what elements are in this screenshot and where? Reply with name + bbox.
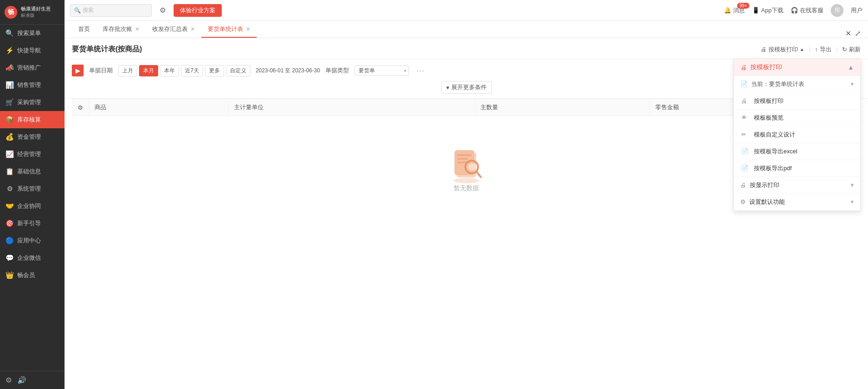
sidebar-item-purchase[interactable]: 🛒 采购管理 <box>0 94 65 111</box>
sidebar-logo: 畅 畅康通好生意 标准版 <box>0 0 65 25</box>
col-quantity: 主数量 <box>474 99 649 116</box>
type-label: 单据类型 <box>325 66 349 75</box>
sidebar-item-finance[interactable]: 💰 资金管理 <box>0 128 65 146</box>
sidebar-item-system[interactable]: ⚙ 系统管理 <box>0 180 65 197</box>
main-area: 🔍 搜索 ⚙ 体验行业方案 🔔 消息 99+ 📱 App下载 🎧 在线客服 用 … <box>65 0 868 389</box>
sidebar-item-sales[interactable]: 📊 销售管理 <box>0 76 65 94</box>
svg-point-8 <box>468 163 475 171</box>
flash-icon: ⚡ <box>5 46 14 55</box>
date-last-month-btn[interactable]: 上月 <box>118 65 137 76</box>
page-title: 要货单统计表(按商品) <box>72 45 142 54</box>
dropdown-item-template-print[interactable]: 🖨 按模板打印 <box>734 93 860 110</box>
sidebar-item-marketing[interactable]: 📣 营销推广 <box>0 59 65 76</box>
date-this-month-btn[interactable]: 本月 <box>139 65 158 76</box>
svg-point-0 <box>454 178 479 183</box>
tab-batch-accounts[interactable]: 库存批次账 ✕ <box>96 21 146 38</box>
pdf-icon: 📄 <box>741 165 748 172</box>
dropdown-item-display-print[interactable]: 🖨 按显示打印 ▾ <box>734 177 860 194</box>
print-template-btn[interactable]: 🖨 按模板打印 ▲ <box>761 45 804 54</box>
wechat-icon: 💬 <box>5 254 14 262</box>
volume-icon[interactable]: 🔊 <box>17 376 26 384</box>
dropdown-item-default-func[interactable]: ⚙ 设置默认功能 ▾ <box>734 194 860 211</box>
dropdown-header: 🖨 按模板打印 ▲ <box>734 59 860 76</box>
money-icon: 💰 <box>5 133 14 141</box>
tab-order-stats[interactable]: 要货单统计表 ✕ <box>201 21 257 38</box>
app-name-text: 畅康通好生意 标准版 <box>21 5 51 19</box>
col-unit: 主计量单位 <box>229 99 475 116</box>
sidebar-item-wechat[interactable]: 💬 企业微信 <box>0 249 65 267</box>
sidebar-item-shortcut[interactable]: ⚡ 快捷导航 <box>0 42 65 59</box>
refresh-icon: ↻ <box>842 46 847 53</box>
apps-icon: 🔵 <box>5 237 14 245</box>
dropdown-header-left: 🖨 按模板打印 <box>740 63 782 71</box>
sidebar-item-corp[interactable]: 🤝 企业协同 <box>0 197 65 215</box>
settings-bottom-icon[interactable]: ⚙ <box>5 376 12 384</box>
type-select[interactable]: 要货单 <box>354 66 409 76</box>
headset-icon: 🎧 <box>791 7 798 14</box>
dropdown-close-btn[interactable]: ▲ <box>848 64 854 71</box>
date-range-text: 2023-06-01 至 2023-06-30 <box>256 67 320 75</box>
dropdown-item-export-pdf[interactable]: 📄 按模板导出pdf <box>734 160 860 177</box>
action-divider-2: | <box>836 46 838 53</box>
tab-expand-btn[interactable]: ⤢ <box>855 29 861 38</box>
search-icon: 🔍 <box>5 29 14 37</box>
col-settings[interactable]: ⚙ <box>72 99 89 116</box>
topbar-gear-btn[interactable]: ⚙ <box>156 4 169 17</box>
messages-btn[interactable]: 🔔 消息 99+ <box>724 6 745 15</box>
expand-down-icon: ▾ <box>446 84 449 91</box>
sidebar-item-apps[interactable]: 🔵 应用中心 <box>0 232 65 249</box>
user-avatar[interactable]: 用 <box>831 4 843 17</box>
topbar-right: 🔔 消息 99+ 📱 App下载 🎧 在线客服 用 用户 <box>724 4 863 17</box>
tab-close-receipts-summary[interactable]: ✕ <box>190 26 195 32</box>
tab-home[interactable]: 首页 <box>72 21 96 38</box>
sidebar-item-search[interactable]: 🔍 搜索菜单 <box>0 25 65 42</box>
topbar-search[interactable]: 🔍 搜索 <box>70 4 152 17</box>
page-content: 要货单统计表(按商品) 🖨 按模板打印 ▲ | ↑ 导出 | ↻ <box>65 38 868 389</box>
sidebar-item-inventory[interactable]: 📦 库存核算 <box>0 111 65 128</box>
default-func-arrow: ▾ <box>851 198 854 205</box>
chart-icon: 📊 <box>5 81 14 89</box>
page-actions: 🖨 按模板打印 ▲ | ↑ 导出 | ↻ 刷新 <box>761 45 861 54</box>
sidebar-item-basic[interactable]: 📋 基础信息 <box>0 163 65 180</box>
filter-more-dots[interactable]: ⋯ <box>416 66 424 76</box>
date-filter-buttons: 上月 本月 本年 近7天 更多 自定义 <box>118 65 250 76</box>
dropdown-current-arrow: ▾ <box>851 81 854 87</box>
page-body: 要货单统计表(按商品) 🖨 按模板打印 ▲ | ↑ 导出 | ↻ <box>65 38 868 389</box>
dropdown-item-template-custom[interactable]: ✏ 模板自定义设计 <box>734 126 860 143</box>
preview-icon: 👁 <box>741 114 748 121</box>
filter-expand-arrow[interactable]: ▶ <box>72 65 84 76</box>
refresh-btn[interactable]: ↻ 刷新 <box>842 45 861 54</box>
tab-close-batch-accounts[interactable]: ✕ <box>135 26 140 32</box>
sidebar-item-guide[interactable]: 🎯 新手引导 <box>0 215 65 232</box>
export-btn[interactable]: ↑ 导出 <box>815 45 832 54</box>
tab-close-order-stats[interactable]: ✕ <box>246 26 250 32</box>
trending-icon: 📈 <box>5 150 14 158</box>
tab-receipts-summary[interactable]: 收发存汇总表 ✕ <box>146 21 201 38</box>
empty-text: 暂无数据 <box>454 184 479 192</box>
sidebar-item-member[interactable]: 👑 畅会员 <box>0 267 65 284</box>
megaphone-icon: 📣 <box>5 64 14 72</box>
expand-arrow-icon: ▶ <box>75 67 80 74</box>
target-icon: 🎯 <box>5 219 14 227</box>
excel-icon: 📄 <box>741 148 748 155</box>
date-this-year-btn[interactable]: 本年 <box>160 65 179 76</box>
tab-window-close-btn[interactable]: ✕ <box>845 29 851 38</box>
online-service-btn[interactable]: 🎧 在线客服 <box>791 6 823 15</box>
user-name: 用户 <box>851 6 863 15</box>
dropdown-item-export-excel[interactable]: 📄 按模板导出excel <box>734 143 860 160</box>
expand-conditions-btn[interactable]: ▾ 展开更多条件 <box>441 81 492 94</box>
trial-btn[interactable]: 体验行业方案 <box>174 4 222 17</box>
gear-icon: ⚙ <box>5 185 14 193</box>
date-more-btn[interactable]: 更多 <box>205 65 224 76</box>
date-label: 单据日期 <box>89 66 113 75</box>
display-print-icon: 🖨 <box>740 182 746 188</box>
display-print-arrow: ▾ <box>851 182 854 188</box>
crown-icon: 👑 <box>5 271 14 279</box>
printer-dropdown-icon: 🖨 <box>740 64 747 71</box>
dropdown-current-template[interactable]: 📄 当前：要货单统计表 ▾ <box>734 76 860 93</box>
dropdown-item-template-preview[interactable]: 👁 模板板预览 <box>734 110 860 126</box>
app-download-btn[interactable]: 📱 App下载 <box>752 6 783 15</box>
sidebar-item-operation[interactable]: 📈 经营管理 <box>0 146 65 163</box>
date-custom-btn[interactable]: 自定义 <box>226 65 250 76</box>
date-7days-btn[interactable]: 近7天 <box>181 65 203 76</box>
